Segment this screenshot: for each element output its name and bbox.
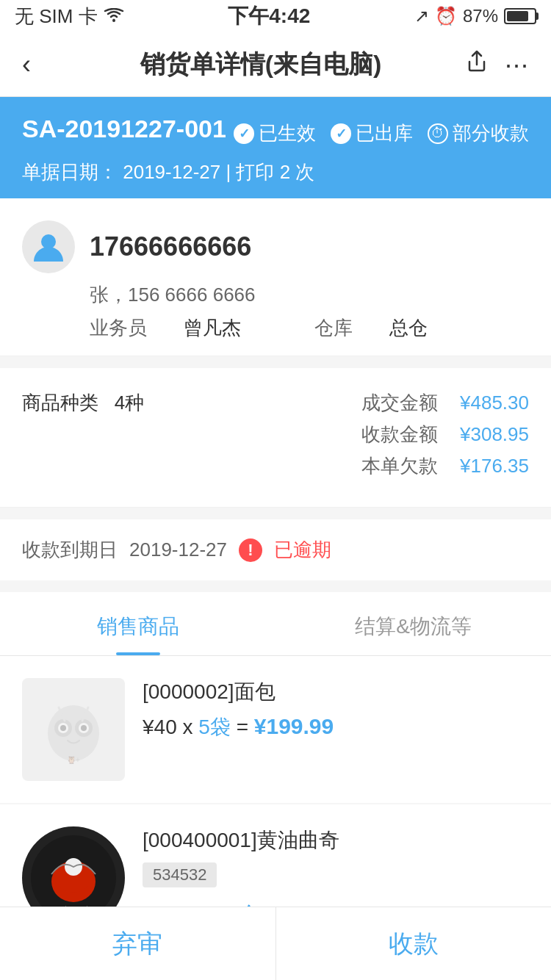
product-name-1: [0000002]面包 — [143, 678, 529, 706]
salesperson-value: 曾凡杰 — [184, 315, 241, 341]
svg-point-7 — [60, 725, 66, 731]
stats-left: 商品种类 4种 — [22, 390, 144, 422]
stats-section: 商品种类 4种 成交金额 ¥485.30 收款金额 ¥308.95 本单欠款 ¥… — [0, 368, 551, 508]
customer-section: 17666666666 张，156 6666 6666 业务员 曾凡杰 仓库 总… — [0, 198, 551, 356]
received-row: 收款金额 ¥308.95 — [361, 422, 529, 447]
order-date-row: 单据日期： 2019-12-27 | 打印 2 次 — [22, 159, 529, 185]
tab-sales-products[interactable]: 销售商品 — [0, 592, 276, 655]
product-price-1: ¥40 x 5袋 = ¥199.99 — [143, 713, 529, 741]
status-left: 无 SIM 卡 — [15, 4, 124, 29]
tabs-section: 销售商品 结算&物流等 — [0, 592, 551, 656]
product-types-value: 4种 — [115, 392, 144, 414]
status-shipped: ✓ 已出库 — [331, 120, 413, 146]
svg-point-8 — [81, 725, 87, 731]
check-icon-1: ✓ — [234, 123, 254, 144]
overdue-text: 已逾期 — [274, 537, 331, 563]
product-name-2: [000400001]黄油曲奇 — [143, 826, 529, 854]
bottom-bar: 弃审 收款 — [0, 907, 551, 980]
battery-percent: 87% — [463, 6, 498, 26]
battery-icon — [504, 8, 536, 24]
debt-row: 本单欠款 ¥176.35 — [361, 453, 529, 479]
received-value: ¥308.95 — [460, 423, 529, 446]
product-tag-2: 534532 — [143, 862, 217, 887]
product-total-1: ¥199.99 — [254, 714, 334, 738]
customer-phone[interactable]: 17666666666 — [90, 231, 251, 262]
share-icon[interactable] — [464, 48, 490, 80]
avatar — [22, 220, 75, 273]
check-icon-2: ✓ — [331, 123, 351, 144]
due-section: 收款到期日 2019-12-27 ! 已逾期 — [0, 519, 551, 580]
tab-settlement[interactable]: 结算&物流等 — [276, 592, 551, 655]
header-banner: SA-20191227-001 ✓ 已生效 ✓ 已出库 ⏱ 部分收款 单据日期：… — [0, 97, 551, 198]
amount-row: 成交金额 ¥485.30 — [361, 390, 529, 416]
status-effective: ✓ 已生效 — [234, 120, 316, 146]
cancel-audit-button[interactable]: 弃审 — [0, 907, 276, 980]
status-bar: 无 SIM 卡 下午4:42 ↗ ⏰ 87% — [0, 0, 551, 32]
product-image-1: 🦉+ — [22, 678, 125, 781]
warehouse-value: 总仓 — [389, 315, 428, 341]
product-qty-1: 5袋 — [198, 716, 231, 738]
due-date: 2019-12-27 — [129, 538, 227, 561]
svg-point-0 — [112, 19, 115, 22]
amount-value: ¥485.30 — [460, 392, 529, 414]
product-item: 🦉+ [0000002]面包 ¥40 x 5袋 = ¥199.99 — [0, 656, 551, 803]
status-partial-payment: ⏱ 部分收款 — [428, 120, 529, 146]
overdue-icon: ! — [239, 538, 262, 562]
alarm-icon: ⏰ — [435, 6, 457, 26]
product-info-1: [0000002]面包 ¥40 x 5袋 = ¥199.99 — [143, 678, 529, 741]
order-status-badges: ✓ 已生效 ✓ 已出库 ⏱ 部分收款 — [234, 120, 529, 146]
clock-icon: ⏱ — [428, 123, 448, 144]
back-button[interactable]: ‹ — [22, 49, 66, 80]
due-label: 收款到期日 — [22, 537, 118, 563]
stats-right: 成交金额 ¥485.30 收款金额 ¥308.95 本单欠款 ¥176.35 — [361, 390, 529, 485]
collect-payment-button[interactable]: 收款 — [276, 907, 552, 980]
nav-bar: ‹ 销货单详情(来自电脑) ··· — [0, 32, 551, 97]
product-types-item: 商品种类 4种 — [22, 390, 144, 416]
more-icon[interactable]: ··· — [505, 49, 529, 80]
customer-name: 张，156 6666 6666 — [90, 282, 529, 308]
wifi-icon — [104, 5, 124, 28]
status-time: 下午4:42 — [228, 2, 310, 30]
order-date: 2019-12-27 — [123, 161, 220, 183]
location-icon: ↗ — [414, 6, 429, 26]
order-number: SA-20191227-001 — [22, 115, 226, 143]
customer-meta: 业务员 曾凡杰 仓库 总仓 — [90, 315, 529, 341]
debt-value: ¥176.35 — [460, 455, 529, 478]
nav-actions: ··· — [455, 48, 529, 80]
svg-point-2 — [48, 705, 99, 761]
page-title: 销货单详情(来自电脑) — [66, 48, 455, 82]
carrier-label: 无 SIM 卡 — [15, 4, 98, 29]
status-right: ↗ ⏰ 87% — [414, 6, 536, 26]
salesperson-label: 业务员 — [90, 315, 147, 341]
warehouse-label: 仓库 — [314, 315, 353, 341]
svg-text:🦉+: 🦉+ — [67, 755, 80, 765]
customer-row: 17666666666 — [22, 220, 529, 273]
